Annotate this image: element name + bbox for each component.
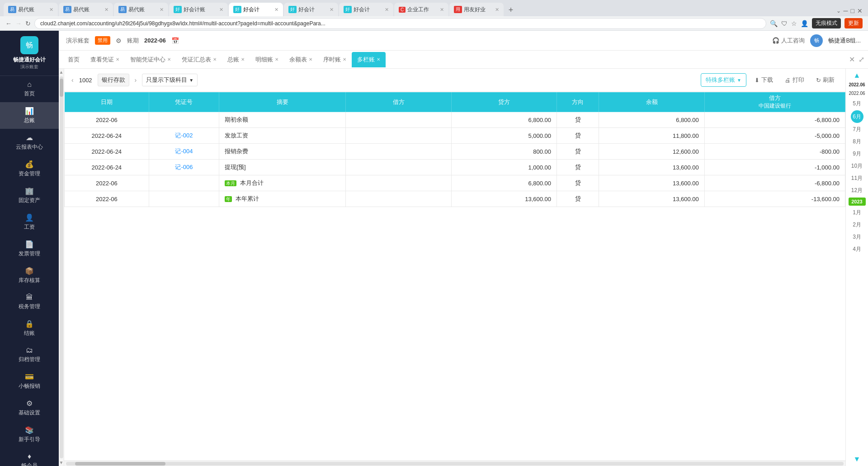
row4-voucher[interactable]: 记-006 <box>149 160 219 175</box>
sidebar-item-closing[interactable]: 🔒 结账 <box>0 315 59 342</box>
month-nav-2[interactable]: 2月 <box>849 219 866 231</box>
close-panel-btn[interactable]: ✕ <box>849 55 855 64</box>
voucher-link-2[interactable]: 记-004 <box>175 148 193 155</box>
tab-8-close[interactable]: ✕ <box>440 7 444 13</box>
sidebar-item-fund[interactable]: 💰 资金管理 <box>0 155 59 182</box>
tab-4-close[interactable]: ✕ <box>219 7 223 13</box>
address-input[interactable] <box>34 18 766 29</box>
sidebar-item-tax[interactable]: 🏛 税务管理 <box>0 289 59 315</box>
expand-panel-btn[interactable]: ⤢ <box>859 55 864 64</box>
search-icon[interactable]: 🔍 <box>770 20 778 27</box>
month-nav-6-active[interactable]: 6月 <box>851 110 863 123</box>
scroll-thumb[interactable] <box>60 79 63 97</box>
tab-9-close[interactable]: ✕ <box>495 7 499 13</box>
close-smart-voucher[interactable]: ✕ <box>167 57 171 62</box>
nav-tab-general-ledger[interactable]: 总账 ✕ <box>222 52 250 67</box>
h-scroll-thumb[interactable] <box>75 462 165 466</box>
month-nav-8[interactable]: 8月 <box>849 136 866 147</box>
special-multicolumn-btn[interactable]: 特殊多栏账 ▼ <box>701 73 746 87</box>
filter-dropdown[interactable]: 只显示下级科目 ▼ <box>142 74 198 86</box>
sidebar-item-guide[interactable]: 📚 新手引导 <box>0 421 59 448</box>
nav-tab-multi-column[interactable]: 多栏账 ✕ <box>352 52 386 67</box>
sidebar-item-home[interactable]: ⌂ 首页 <box>0 76 59 102</box>
tab-4[interactable]: 好 好会计账 ✕ <box>169 3 228 16</box>
tab-2-close[interactable]: ✕ <box>104 7 108 13</box>
close-voucher-summary[interactable]: ✕ <box>213 57 217 62</box>
sidebar-item-expense[interactable]: 💳 小畅报销 <box>0 368 59 395</box>
account-name-label[interactable]: 银行存款 <box>98 74 129 86</box>
sidebar-item-salary[interactable]: 👤 工资 <box>0 209 59 235</box>
sidebar-item-fixed-assets[interactable]: 🏢 固定资产 <box>0 182 59 209</box>
month-nav-12[interactable]: 12月 <box>849 185 866 196</box>
maximize-btn[interactable]: □ <box>851 7 854 14</box>
tab-3[interactable]: 易 易代账 ✕ <box>114 3 168 16</box>
tab-dropdown-btn[interactable]: ⌄ <box>836 8 841 14</box>
update-btn[interactable]: 更新 <box>844 18 863 28</box>
row3-voucher[interactable]: 记-004 <box>149 144 219 160</box>
month-nav-up-btn[interactable]: ▲ <box>853 71 862 80</box>
month-nav-9[interactable]: 9月 <box>849 148 866 160</box>
tab-7-close[interactable]: ✕ <box>385 7 389 13</box>
close-detail-ledger[interactable]: ✕ <box>275 57 278 62</box>
nav-tab-home[interactable]: 首页 <box>62 52 85 67</box>
sidebar-item-settings[interactable]: ⚙ 基础设置 <box>0 395 59 421</box>
refresh-ledger-btn[interactable]: ↻ 刷新 <box>812 74 838 86</box>
month-nav-11[interactable]: 11月 <box>849 173 866 184</box>
close-balance[interactable]: ✕ <box>309 57 312 62</box>
tab-7[interactable]: 好 好会计 ✕ <box>339 3 393 16</box>
tab-6-close[interactable]: ✕ <box>330 7 334 13</box>
nav-tab-balance[interactable]: 余额表 ✕ <box>284 52 318 67</box>
calendar-icon[interactable]: 📅 <box>171 37 179 44</box>
minimize-btn[interactable]: ─ <box>844 7 848 14</box>
close-view-voucher[interactable]: ✕ <box>116 57 119 62</box>
next-account-btn[interactable]: › <box>135 76 137 84</box>
tab-5-active[interactable]: 好 好会计 ✕ <box>229 3 283 16</box>
sidebar-item-invoice[interactable]: 📄 发票管理 <box>0 235 59 262</box>
tab-1[interactable]: 易 易代账 ✕ <box>4 3 58 16</box>
close-general-ledger[interactable]: ✕ <box>241 57 245 62</box>
sidebar-item-general-ledger[interactable]: 📊 总账 <box>0 102 59 129</box>
tab-9[interactable]: 用 用友好业 ✕ <box>449 3 504 16</box>
print-btn[interactable]: 🖨 打印 <box>781 74 808 86</box>
prev-account-btn[interactable]: ‹ <box>71 76 74 84</box>
scroll-up-arrow[interactable]: ▲ <box>59 69 64 75</box>
nav-tab-sequence[interactable]: 序时账 ✕ <box>318 52 352 67</box>
close-window-btn[interactable]: ✕ <box>857 7 863 14</box>
horizontal-scrollbar[interactable] <box>64 461 845 466</box>
forward-btn[interactable]: → <box>15 20 22 27</box>
voucher-link-3[interactable]: 记-006 <box>175 164 193 170</box>
month-nav-down-btn[interactable]: ▼ <box>853 454 862 464</box>
month-nav-4[interactable]: 4月 <box>849 244 866 255</box>
sidebar-item-inventory[interactable]: 📦 库存核算 <box>0 262 59 289</box>
sidebar-item-cloud-report[interactable]: ☁ 云报表中心 <box>0 129 59 155</box>
tab-5-close[interactable]: ✕ <box>274 7 278 13</box>
sidebar-item-member[interactable]: ♦ 畅会员 <box>0 448 59 466</box>
tab-6[interactable]: 好 好会计 ✕ <box>284 3 338 16</box>
refresh-nav-btn[interactable]: ↻ <box>25 20 31 27</box>
month-nav-5[interactable]: 5月 <box>849 98 866 109</box>
bookmark-icon[interactable]: ☆ <box>791 20 797 27</box>
close-multi-column[interactable]: ✕ <box>377 57 380 62</box>
new-tab-btn[interactable]: + <box>505 4 517 16</box>
sidebar-item-archive[interactable]: 🗂 归档管理 <box>0 342 59 368</box>
tab-1-close[interactable]: ✕ <box>49 7 53 13</box>
nav-tab-voucher-summary[interactable]: 凭证汇总表 ✕ <box>176 52 222 67</box>
nav-tab-smart-voucher[interactable]: 智能凭证中心 ✕ <box>125 52 176 67</box>
demo-badge[interactable]: 禁用 <box>95 36 110 45</box>
voucher-link-1[interactable]: 记-002 <box>175 132 193 139</box>
close-sequence[interactable]: ✕ <box>343 57 346 62</box>
month-nav-3[interactable]: 3月 <box>849 231 866 243</box>
nav-tab-view-voucher[interactable]: 查看凭证 ✕ <box>85 52 125 67</box>
tab-8[interactable]: C 企业工作 ✕ <box>394 3 448 16</box>
incognito-mode-btn[interactable]: 无痕模式 <box>812 18 841 28</box>
extension-icon[interactable]: 🛡 <box>781 20 788 27</box>
month-nav-7[interactable]: 7月 <box>849 124 866 135</box>
profile-icon[interactable]: 👤 <box>801 20 808 27</box>
tab-2[interactable]: 易 易代账 ✕ <box>59 3 113 16</box>
consult-btn[interactable]: 🎧 人工咨询 <box>772 37 805 45</box>
tab-3-close[interactable]: ✕ <box>160 7 164 13</box>
user-name[interactable]: 畅捷通B组... <box>828 37 861 45</box>
download-btn[interactable]: ⬇ 下载 <box>751 74 777 86</box>
nav-tab-detail-ledger[interactable]: 明细账 ✕ <box>250 52 284 67</box>
month-nav-10[interactable]: 10月 <box>849 160 866 172</box>
